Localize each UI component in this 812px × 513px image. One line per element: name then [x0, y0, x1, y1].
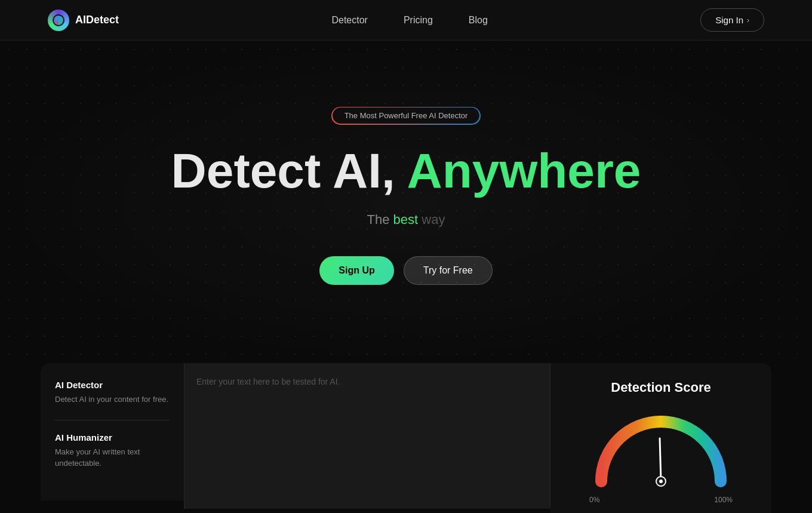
- score-panel: Detection Score: [550, 363, 771, 513]
- hero-badge-text: The Most Powerful Free AI Detector: [333, 107, 480, 124]
- ai-humanizer-item[interactable]: AI Humanizer Make your AI written text u…: [55, 432, 170, 469]
- signup-button[interactable]: Sign Up: [319, 256, 393, 285]
- gauge-label-high: 100%: [714, 496, 733, 504]
- subtitle-best: best: [393, 212, 419, 227]
- signin-arrow-icon: ›: [747, 16, 749, 24]
- hero-title-white: Detect AI,: [171, 143, 395, 198]
- nav-link-pricing[interactable]: Pricing: [404, 15, 433, 26]
- hero-title-green: Anywhere: [407, 143, 641, 198]
- hero-title: Detect AI, Anywhere: [171, 144, 641, 198]
- logo-icon: [48, 10, 69, 31]
- signin-button[interactable]: Sign In ›: [700, 8, 764, 32]
- brand-name: AIDetect: [75, 14, 119, 26]
- ai-humanizer-desc: Make your AI written text undetectable.: [55, 446, 170, 469]
- nav-link-detector[interactable]: Detector: [331, 15, 367, 26]
- score-title: Detection Score: [611, 380, 711, 395]
- ai-detector-item[interactable]: AI Detector Detect AI in your content fo…: [55, 380, 170, 406]
- textarea-panel: [184, 363, 550, 509]
- signin-label: Sign In: [715, 15, 743, 25]
- panel-divider: [55, 420, 170, 420]
- hero-subtitle: The best way: [367, 212, 445, 228]
- ai-humanizer-title: AI Humanizer: [55, 432, 170, 443]
- nav-links: Detector Pricing Blog: [331, 15, 487, 26]
- gauge-svg: [589, 410, 733, 493]
- hero-buttons: Sign Up Try for Free: [319, 256, 492, 285]
- subtitle-way: way: [422, 212, 445, 227]
- nav-link-blog[interactable]: Blog: [469, 15, 488, 26]
- hero-section: The Most Powerful Free AI Detector Detec…: [0, 41, 812, 363]
- bottom-section: AI Detector Detect AI in your content fo…: [0, 363, 812, 513]
- tryfree-button[interactable]: Try for Free: [404, 256, 493, 285]
- navbar: AIDetect Detector Pricing Blog Sign In ›: [0, 0, 812, 41]
- left-panel: AI Detector Detect AI in your content fo…: [41, 363, 184, 500]
- svg-point-2: [659, 480, 663, 483]
- hero-badge: The Most Powerful Free AI Detector: [331, 107, 481, 125]
- svg-line-0: [660, 438, 661, 481]
- subtitle-the: The: [367, 212, 390, 227]
- text-input[interactable]: [196, 375, 538, 494]
- ai-detector-title: AI Detector: [55, 380, 170, 390]
- gauge-label-low: 0%: [589, 496, 599, 504]
- gauge-labels: 0% 100%: [589, 496, 733, 504]
- gauge-container: [589, 410, 733, 493]
- nav-logo[interactable]: AIDetect: [48, 10, 119, 31]
- ai-detector-desc: Detect AI in your content for free.: [55, 394, 170, 406]
